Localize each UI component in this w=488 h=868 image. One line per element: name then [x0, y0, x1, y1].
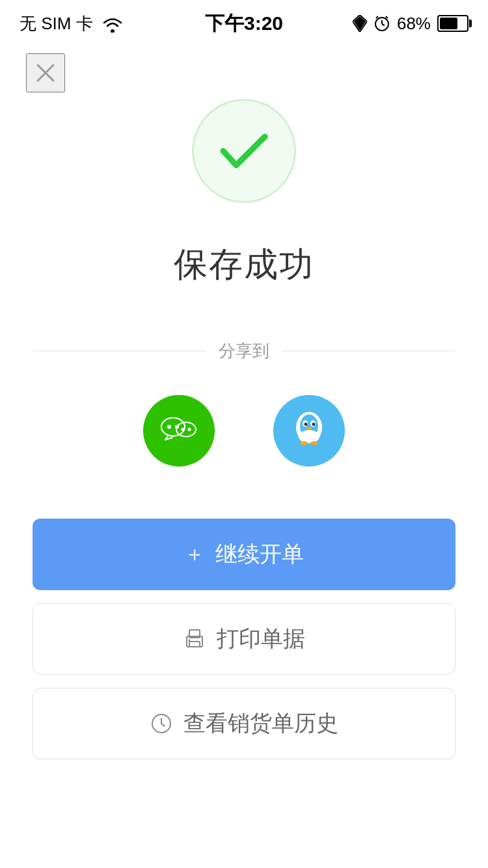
- svg-point-12: [182, 428, 185, 431]
- status-right: 68%: [353, 14, 468, 34]
- main-content: 保存成功 分享到: [0, 47, 488, 779]
- print-icon: [183, 627, 206, 651]
- wechat-icon: [159, 414, 199, 448]
- qq-icon: [290, 408, 329, 454]
- share-divider: 分享到: [33, 340, 455, 362]
- print-label: 打印单据: [217, 624, 305, 654]
- share-section: 分享到: [0, 340, 488, 467]
- svg-point-21: [299, 430, 319, 443]
- continue-label: 继续开单: [215, 539, 304, 569]
- history-label: 查看销货单历史: [183, 709, 338, 739]
- svg-point-19: [312, 423, 316, 426]
- status-time: 下午3:20: [205, 10, 283, 37]
- svg-point-18: [305, 423, 308, 426]
- print-button[interactable]: 打印单据: [33, 603, 455, 675]
- svg-line-5: [386, 16, 388, 18]
- svg-point-20: [306, 427, 312, 431]
- wifi-icon: [101, 14, 124, 33]
- share-label: 分享到: [206, 340, 282, 362]
- battery-icon: [437, 15, 468, 32]
- svg-point-27: [189, 640, 191, 642]
- svg-point-22: [300, 441, 308, 445]
- svg-line-4: [376, 16, 378, 18]
- svg-point-9: [176, 422, 196, 437]
- wechat-share-button[interactable]: [143, 395, 215, 467]
- svg-point-23: [310, 441, 318, 445]
- battery-percent: 68%: [397, 14, 431, 34]
- continue-button[interactable]: ＋ 继续开单: [33, 519, 455, 590]
- svg-point-8: [161, 418, 185, 436]
- svg-point-13: [188, 428, 191, 431]
- alarm-icon: [373, 15, 390, 32]
- carrier-text: 无 SIM 卡: [20, 12, 93, 35]
- svg-point-11: [175, 425, 179, 429]
- plus-icon: ＋: [184, 540, 205, 569]
- action-buttons: ＋ 继续开单 打印单据 查看销货单历史: [0, 499, 488, 779]
- svg-point-0: [111, 29, 115, 33]
- location-icon: [353, 15, 367, 32]
- history-button[interactable]: 查看销货单历史: [33, 688, 455, 759]
- close-button[interactable]: [26, 53, 65, 92]
- checkmark-icon: [218, 131, 270, 170]
- success-circle: [192, 99, 296, 203]
- status-left: 无 SIM 卡: [20, 12, 124, 35]
- history-icon: [150, 712, 173, 735]
- svg-point-10: [167, 425, 171, 429]
- status-bar: 无 SIM 卡 下午3:20 68%: [0, 0, 488, 47]
- svg-rect-26: [189, 642, 200, 647]
- svg-line-3: [382, 24, 385, 25]
- qq-share-button[interactable]: [273, 395, 345, 467]
- success-title: 保存成功: [174, 242, 314, 288]
- share-icons: [33, 395, 455, 467]
- battery-indicator: [437, 15, 468, 32]
- svg-line-30: [161, 724, 165, 726]
